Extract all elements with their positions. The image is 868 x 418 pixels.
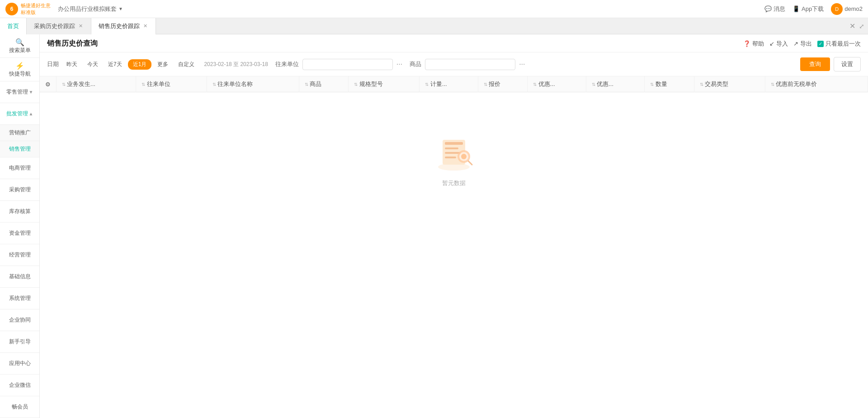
sidebar-item-purchase-mgr[interactable]: 采购管理 (0, 179, 39, 201)
th-discount1[interactable]: ⇅ 优惠... (528, 76, 586, 92)
main-layout: 🔍 搜索菜单 ⚡ 快捷导航 零售管理 ▼ 批发管理 ▲ 营销推广 销售管理 电商… (0, 34, 868, 418)
th-gear[interactable]: ⚙ (40, 76, 56, 92)
th-biz-date[interactable]: ⇅ 业务发生... (56, 76, 136, 92)
import-button[interactable]: ↙ 导入 (769, 40, 788, 48)
svg-rect-2 (445, 142, 463, 145)
sidebar-item-system[interactable]: 系统管理 (0, 288, 39, 309)
sort-icon: ⇅ (142, 82, 145, 87)
tab-purchase-label: 采购历史价跟踪 (34, 22, 75, 30)
app-selector[interactable]: 办公用品行业模拟账套 ▼ (54, 3, 127, 15)
top-bar: 6 畅捷通好生意 标准版 办公用品行业模拟账套 ▼ 💬 消息 📱 App下载 D… (0, 0, 868, 18)
last-only-checkbox[interactable]: ✓ 只看最后一次 (817, 40, 861, 48)
export-icon: ↗ (793, 40, 798, 47)
sidebar-item-apps[interactable]: 应用中心 (0, 353, 39, 375)
sidebar-item-search[interactable]: 🔍 搜索菜单 (0, 34, 39, 58)
gear-icon: ⚙ (45, 81, 51, 88)
settings-button[interactable]: 设置 (834, 57, 861, 71)
product-input[interactable] (425, 59, 515, 70)
date-btn-custom[interactable]: 自定义 (174, 59, 198, 70)
chevron-down-icon: ▼ (29, 90, 33, 95)
filter-bar: 日期 昨天 今天 近7天 近1月 更多 自定义 2023-02-18 至 202… (40, 52, 868, 76)
query-button[interactable]: 查询 (800, 57, 830, 71)
svg-rect-3 (445, 147, 458, 149)
sort-icon: ⇅ (484, 82, 487, 87)
partner-picker-icon[interactable]: ··· (396, 60, 402, 68)
sidebar-item-shortcut[interactable]: ⚡ 快捷导航 (0, 58, 39, 81)
tab-purchase-close[interactable]: ✕ (78, 23, 84, 29)
tab-sales-close[interactable]: ✕ (142, 23, 148, 29)
svg-point-9 (461, 154, 467, 159)
th-partner-name[interactable]: ⇅ 往来单位名称 (207, 76, 299, 92)
logo-text: 畅捷通好生意 标准版 (21, 2, 51, 15)
partner-input[interactable] (302, 59, 393, 70)
sort-icon: ⇅ (305, 82, 308, 87)
sort-icon: ⇅ (533, 82, 537, 87)
user-menu[interactable]: D demo2 (831, 3, 863, 15)
product-filter-group: 商品 ··· (410, 59, 525, 70)
help-button[interactable]: ❓ 帮助 (743, 40, 764, 48)
th-discount2[interactable]: ⇅ 优惠... (586, 76, 644, 92)
sort-icon: ⇅ (62, 82, 66, 87)
date-btn-more[interactable]: 更多 (153, 59, 172, 70)
app-download-button[interactable]: 📱 App下载 (793, 5, 824, 13)
th-partner-code[interactable]: ⇅ 往来单位 (136, 76, 207, 92)
app-selector-label: 办公用品行业模拟账套 (58, 5, 117, 13)
data-table: ⚙ ⇅ 业务发生... ⇅ 往来单位 ⇅ (40, 76, 868, 92)
svg-rect-5 (445, 157, 456, 158)
svg-line-8 (468, 161, 472, 165)
sidebar-item-enterprise[interactable]: 企业协同 (0, 309, 39, 331)
tab-home-label: 首页 (7, 22, 19, 30)
sidebar-item-operations[interactable]: 经营管理 (0, 244, 39, 266)
sidebar-item-finance[interactable]: 资金管理 (0, 223, 39, 244)
sidebar-item-marketing[interactable]: 营销推广 (0, 125, 39, 141)
avatar: D (831, 3, 843, 15)
th-trade-type[interactable]: ⇅ 交易类型 (694, 76, 765, 92)
sidebar-item-guide[interactable]: 新手引导 (0, 331, 39, 353)
message-icon: 💬 (764, 5, 772, 12)
th-quoted-price[interactable]: ⇅ 报价 (478, 76, 528, 92)
sidebar-item-sales-mgr[interactable]: 销售管理 (0, 141, 39, 157)
sidebar-item-basics[interactable]: 基础信息 (0, 266, 39, 288)
tab-close-all-icon[interactable]: ✕ (849, 22, 855, 30)
download-icon: 📱 (793, 5, 800, 12)
top-bar-right: 💬 消息 📱 App下载 D demo2 (764, 3, 863, 15)
th-unit[interactable]: ⇅ 计量... (420, 76, 478, 92)
th-spec[interactable]: ⇅ 规格型号 (349, 76, 420, 92)
sidebar-item-wholesale[interactable]: 批发管理 ▲ (0, 103, 39, 125)
partner-label: 往来单位 (275, 60, 299, 68)
message-button[interactable]: 💬 消息 (764, 5, 785, 13)
sidebar-item-wechat[interactable]: 企业微信 (0, 375, 39, 396)
date-btn-1month[interactable]: 近1月 (128, 59, 152, 70)
empty-state: 暂元数据 (40, 92, 868, 223)
date-btn-7days[interactable]: 近7天 (104, 59, 126, 70)
date-btn-yesterday[interactable]: 昨天 (62, 59, 81, 70)
sidebar-item-inventory[interactable]: 库存核算 (0, 201, 39, 223)
date-btn-today[interactable]: 今天 (83, 59, 102, 70)
tab-maximize-icon[interactable]: ⤢ (859, 23, 864, 30)
help-icon: ❓ (743, 40, 750, 47)
tab-purchase[interactable]: 采购历史价跟踪 ✕ (27, 18, 91, 34)
chevron-down-icon: ▼ (118, 6, 123, 11)
sidebar-item-member[interactable]: 畅会员 (0, 396, 39, 418)
export-button[interactable]: ↗ 导出 (793, 40, 812, 48)
date-filter-group: 日期 昨天 今天 近7天 近1月 更多 自定义 2023-02-18 至 202… (47, 59, 268, 70)
th-quantity[interactable]: ⇅ 数量 (644, 76, 694, 92)
table-header-row: ⚙ ⇅ 业务发生... ⇅ 往来单位 ⇅ (40, 76, 868, 92)
sort-icon: ⇅ (650, 82, 654, 87)
tab-sales[interactable]: 销售历史价跟踪 ✕ (91, 18, 156, 34)
import-icon: ↙ (769, 40, 774, 47)
sort-icon: ⇅ (354, 82, 358, 87)
sidebar-item-ecommerce[interactable]: 电商管理 (0, 157, 39, 179)
date-label: 日期 (47, 60, 59, 68)
logo-icon: 6 (5, 3, 18, 15)
chevron-up-icon: ▲ (29, 111, 33, 116)
shortcut-icon: ⚡ (15, 62, 24, 70)
th-pretax-price[interactable]: ⇅ 优惠前无税单价 (765, 76, 868, 92)
sidebar-item-retail[interactable]: 零售管理 ▼ (0, 81, 39, 103)
top-bar-left: 6 畅捷通好生意 标准版 办公用品行业模拟账套 ▼ (5, 2, 127, 15)
tab-home[interactable]: 首页 (0, 18, 27, 34)
date-range-text: 2023-02-18 至 2023-03-18 (204, 61, 268, 68)
product-picker-icon[interactable]: ··· (519, 60, 525, 68)
sort-icon: ⇅ (592, 82, 595, 87)
th-product[interactable]: ⇅ 商品 (299, 76, 349, 92)
